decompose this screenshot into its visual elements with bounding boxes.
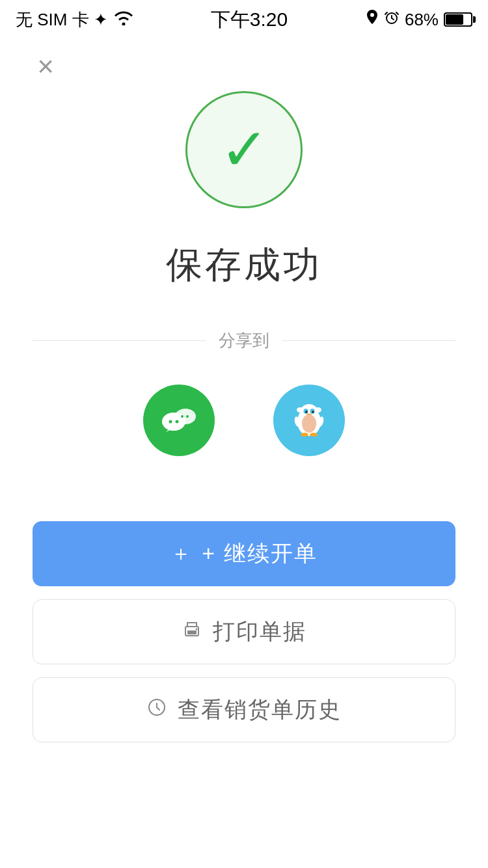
svg-point-14 [302, 414, 316, 433]
battery-icon [444, 12, 472, 27]
status-left: 无 SIM 卡 ✦ [16, 8, 133, 31]
status-time: 下午3:20 [211, 7, 288, 33]
status-right: 68% [366, 10, 472, 30]
svg-point-4 [176, 420, 179, 424]
status-bar: 无 SIM 卡 ✦ 下午3:20 68% [0, 0, 488, 39]
wechat-icon [157, 398, 201, 442]
continue-button[interactable]: ＋ + 继续开单 [33, 521, 455, 586]
history-button-label: 查看销货单历史 [178, 695, 342, 725]
divider-right [282, 340, 455, 341]
svg-point-11 [305, 411, 308, 413]
print-button[interactable]: 打印单据 [33, 599, 455, 664]
success-circle: ✓ [185, 91, 303, 208]
alarm-icon [384, 10, 400, 30]
qq-share-button[interactable] [273, 385, 345, 456]
history-button[interactable]: 查看销货单历史 [33, 677, 455, 742]
share-divider: 分享到 [33, 329, 455, 352]
print-button-label: 打印单据 [213, 617, 306, 647]
wechat-share-button[interactable] [143, 385, 215, 456]
share-section: 分享到 [0, 329, 488, 476]
checkmark-icon: ✓ [220, 120, 269, 179]
svg-rect-22 [187, 631, 197, 634]
share-icons [33, 385, 455, 456]
plus-icon: ＋ [170, 539, 191, 568]
svg-point-17 [301, 433, 308, 437]
svg-point-6 [186, 415, 189, 418]
close-button[interactable]: × [26, 47, 65, 86]
svg-point-3 [169, 420, 172, 424]
divider-left [33, 340, 206, 341]
wifi-icon [115, 10, 133, 30]
svg-point-23 [196, 629, 198, 631]
svg-point-12 [312, 411, 314, 413]
svg-point-18 [310, 433, 318, 437]
buttons-section: ＋ + 继续开单 打印单据 查看销货单历 [0, 508, 488, 742]
location-icon [366, 10, 379, 30]
continue-button-label: + 继续开单 [202, 539, 317, 569]
battery-percentage: 68% [405, 10, 439, 30]
share-label: 分享到 [206, 329, 282, 352]
sim-status: 无 SIM 卡 ✦ [16, 8, 108, 31]
svg-point-16 [315, 407, 321, 413]
main-content: ✓ 保存成功 分享到 [0, 39, 488, 742]
svg-point-15 [297, 407, 303, 413]
svg-point-5 [181, 415, 183, 418]
close-icon: × [37, 52, 54, 81]
history-icon [146, 697, 167, 723]
success-title: 保存成功 [166, 241, 322, 290]
qq-icon [287, 398, 331, 442]
printer-icon [182, 619, 202, 645]
